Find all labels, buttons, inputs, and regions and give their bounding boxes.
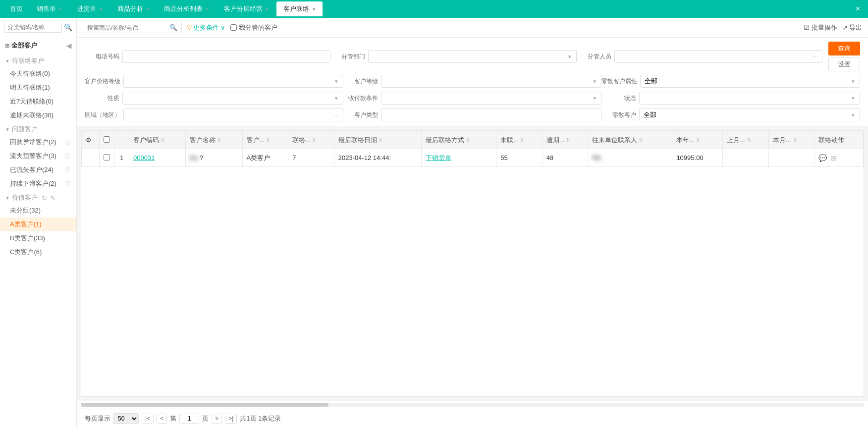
dept-select[interactable]: ▼: [368, 50, 576, 63]
more-filter-button[interactable]: ▽ 更多条件 ∨: [187, 23, 225, 32]
col-category[interactable]: 客户... ⇅: [242, 131, 288, 149]
retail-customer-select[interactable]: 全部 ▼: [639, 108, 860, 121]
action-link-icon[interactable]: ⊞: [831, 154, 837, 162]
close-contact-tab[interactable]: ×: [312, 6, 315, 12]
col-contact[interactable]: 联络... ⇅: [288, 131, 334, 149]
col-this-year[interactable]: 本年... ⇅: [672, 131, 723, 149]
manager-select[interactable]: ···: [614, 50, 822, 63]
filter-row-2: 客户价格等级 ▼ 客户等级 ▼ 零散客户属性 全部: [85, 74, 860, 88]
my-customer-checkbox[interactable]: [230, 24, 237, 31]
action-chat-icon[interactable]: 💬: [818, 154, 827, 162]
settings-button[interactable]: 设置: [828, 57, 860, 71]
col-name-sort: ⇅: [217, 137, 221, 143]
customer-level-select[interactable]: ▼: [381, 75, 602, 88]
retail-attr-select[interactable]: 全部 ▼: [640, 75, 860, 88]
col-last-contact-date[interactable]: 最后联络日期 ⇅: [334, 131, 421, 149]
sidebar-item-7days[interactable]: 近7天待联络(0): [0, 95, 76, 108]
sidebar-item-unclassified[interactable]: 未分组(32): [0, 204, 76, 217]
sidebar-item-today[interactable]: 今天待联络(0): [0, 67, 76, 81]
export-button[interactable]: ↗ 导出: [842, 23, 862, 32]
refresh-icon[interactable]: ↻: [42, 194, 47, 202]
last-page-button[interactable]: >|: [225, 414, 237, 424]
settings-icon[interactable]: ⚙: [86, 136, 92, 144]
row-settings-cell: [82, 149, 100, 167]
filter-payment: 收付款条件 ▼: [343, 91, 602, 105]
nature-arrow: ▼: [334, 96, 339, 101]
row-checkbox[interactable]: [104, 154, 110, 160]
next-page-button[interactable]: >: [212, 414, 222, 424]
prev-page-button[interactable]: <: [157, 414, 167, 424]
col-code-sort: ⇅: [161, 137, 164, 143]
sidebar-item-churn-warning[interactable]: 流失预警客户(3) ⓘ: [0, 149, 76, 163]
row-code[interactable]: 000031: [129, 149, 186, 167]
row-checkbox-cell[interactable]: [100, 149, 114, 167]
col-last-contact-method[interactable]: 最后联络方式 ⇅: [421, 131, 496, 149]
sidebar-item-a-class[interactable]: A类客户(1): [0, 217, 76, 231]
sidebar-item-overdue[interactable]: 逾期未联络(30): [0, 108, 76, 122]
close-segment-tab[interactable]: ×: [266, 6, 269, 12]
sidebar-item-tomorrow[interactable]: 明天待联络(1): [0, 81, 76, 95]
select-all-checkbox[interactable]: [104, 136, 110, 143]
sidebar-item-b-class[interactable]: B类客户(33): [0, 231, 76, 245]
phone-input[interactable]: [122, 50, 330, 63]
price-level-select[interactable]: ▼: [123, 75, 343, 88]
close-sales-tab[interactable]: ×: [59, 6, 62, 12]
col-code[interactable]: 客户编码 ⇅: [129, 131, 186, 149]
col-category-sort: ⇅: [266, 137, 270, 143]
status-label: 状态: [601, 94, 636, 103]
more-filter-arrow: ∨: [220, 24, 225, 31]
first-page-button[interactable]: |<: [142, 414, 154, 424]
sidebar-item-c-class[interactable]: C类客户(6): [0, 245, 76, 259]
horizontal-scrollbar-thumb[interactable]: [81, 403, 328, 407]
col-checkbox[interactable]: [100, 131, 114, 149]
col-no-contact[interactable]: 未联... ⇅: [496, 131, 542, 149]
col-ty-sort: ⇅: [696, 137, 700, 143]
sidebar-item-abnormal-repurchase[interactable]: 回购异常客户(2) ⓘ: [0, 135, 76, 149]
nav-tab-customer-contact[interactable]: 客户联络 ×: [276, 1, 322, 16]
col-name[interactable]: 客户名称 ⇅: [186, 131, 242, 149]
info-icon-declining: ⓘ: [65, 180, 70, 188]
col-last-month[interactable]: 上月... ⇅: [723, 131, 769, 149]
nav-tab-home[interactable]: 首页: [4, 1, 29, 16]
retail-attr-label: 零散客户属性: [601, 77, 637, 86]
edit-groups-icon[interactable]: ✎: [50, 194, 55, 202]
sidebar-item-churned[interactable]: 已流失客户(24) ⓘ: [0, 163, 76, 177]
query-button[interactable]: 查询: [828, 42, 860, 55]
sidebar-search-input[interactable]: [4, 22, 62, 33]
nav-tab-sales[interactable]: 销售单 ×: [30, 1, 69, 16]
row-last-contact-method[interactable]: 下销货单: [421, 149, 496, 167]
close-analysis-tab[interactable]: ×: [146, 6, 149, 12]
status-select[interactable]: ▼: [639, 92, 860, 105]
col-this-month[interactable]: 本月... ⇅: [768, 131, 814, 149]
sidebar-collapse-button[interactable]: ◀: [66, 42, 71, 50]
sidebar-search-icon[interactable]: 🔍: [64, 23, 72, 31]
payment-select[interactable]: ▼: [381, 92, 602, 105]
col-name-label: 客户名称: [190, 136, 216, 145]
main-search-icon[interactable]: 🔍: [169, 24, 177, 31]
close-all-button[interactable]: ×: [852, 2, 864, 15]
sidebar-item-declining[interactable]: 持续下滑客户(2) ⓘ: [0, 177, 76, 191]
main-search-input[interactable]: [87, 24, 169, 31]
customer-type-select[interactable]: [381, 108, 602, 121]
batch-operation-button[interactable]: ☑ 批量操作: [804, 23, 837, 32]
nav-tab-purchase[interactable]: 进货单 ×: [70, 1, 109, 16]
close-purchase-tab[interactable]: ×: [99, 6, 102, 12]
row-action-icons: 💬 ⊞: [814, 149, 864, 167]
row-unit-contact: RE .: [588, 149, 672, 167]
col-overdue[interactable]: 逾期... ⇅: [542, 131, 588, 149]
nav-tab-analysis-list[interactable]: 商品分析列表 ×: [157, 1, 216, 16]
nav-tab-analysis[interactable]: 商品分析 ×: [110, 1, 156, 16]
arrow-value: ▼: [5, 195, 10, 201]
col-settings[interactable]: ⚙: [82, 131, 100, 149]
total-records: 共1页 1条记录: [240, 414, 281, 423]
close-analysis-list-tab[interactable]: ×: [206, 6, 209, 12]
grid-icon: ⊞: [5, 43, 9, 49]
nav-tab-customer-segment[interactable]: 客户分层经营 ×: [217, 1, 275, 16]
per-page-select[interactable]: 50 20 100: [113, 413, 139, 424]
dept-label: 分管部门: [330, 53, 365, 61]
nature-select[interactable]: ▼: [122, 92, 343, 105]
pagination-area: 每页显示 50 20 100 |< < 第 页 > >| 共1页 1条记录: [85, 413, 281, 424]
col-unit-contact[interactable]: 往来单位联系人 ⇅: [588, 131, 672, 149]
region-select[interactable]: ···: [123, 108, 343, 121]
page-number-input[interactable]: [179, 414, 199, 424]
